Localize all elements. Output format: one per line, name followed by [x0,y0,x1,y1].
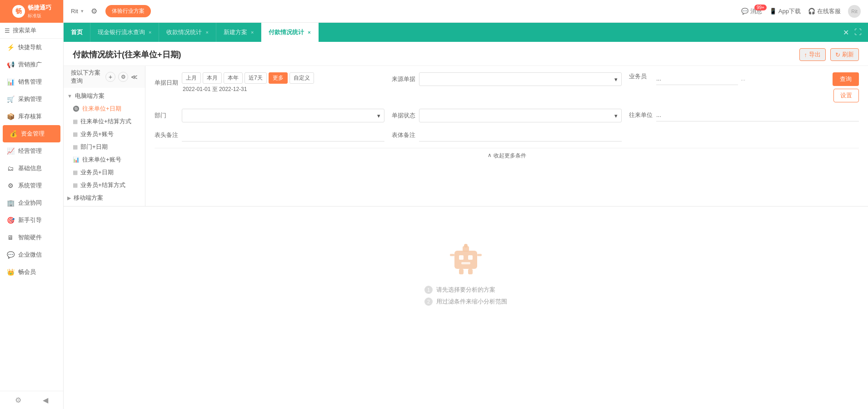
salesperson-input[interactable] [656,72,738,85]
scheme-item-label: 往来单位+日期 [82,105,121,113]
tab-close-all-btn[interactable]: ✕ [841,26,851,39]
scheme-item-unit-date[interactable]: 🔘 往来单位+日期 [64,102,145,115]
logo-icon: 畅 [12,5,25,18]
sidebar-item-marketing[interactable]: 📢 营销推广 [0,56,63,73]
sidebar-item-hardware[interactable]: 🖥 智能硬件 [0,229,63,246]
scheme-item-unit-settle[interactable]: ▦ 往来单位+结算方式 [64,115,145,128]
user-dropdown-arrow[interactable]: ▾ [81,8,84,14]
user-avatar[interactable]: Rit [848,5,861,18]
tab-bank-flow[interactable]: 现金银行流水查询 × [90,23,159,42]
empty-state-illustration [443,235,489,280]
sidebar-item-basic-info[interactable]: 🗂 基础信息 [0,160,63,177]
scheme-item-label: 部门+日期 [80,143,108,151]
date-range-area: 上月 本月 本年 近7天 更多 自定义 2022-01-01 至 2022-12… [182,72,314,93]
sidebar-item-inventory[interactable]: 📦 库存核算 [0,108,63,125]
dept-label: 部门 [155,111,178,120]
scheme-gear-btn[interactable]: ⚙ [118,72,128,82]
svg-rect-3 [461,262,470,264]
source-bill-content: ▾ [419,72,622,86]
header-remark-content [182,129,384,141]
scheme-item-label: 业务员+日期 [80,168,114,177]
topbar-settings-icon[interactable]: ⚙ [91,7,97,15]
scheme-section-pc: ▼ 电脑端方案 🔘 往来单位+日期 ▦ 往来单位+结算方式 [64,90,145,192]
bill-status-arrow: ▾ [614,112,618,119]
source-bill-label: 来源单据 [392,75,415,83]
bill-status-content: ▾ [419,109,622,122]
scheme-item-unit-account[interactable]: 📊 往来单位+账号 [64,153,145,166]
online-service-action[interactable]: 🎧 在线客服 [808,7,841,15]
scheme-section-pc-header[interactable]: ▼ 电脑端方案 [64,90,145,102]
dept-arrow: ▾ [377,112,380,119]
sidebar-item-quick-nav[interactable]: ⚡ 快捷导航 [0,39,63,56]
tab-expand-btn[interactable]: ⛶ [853,26,863,38]
tab-bank-flow-close[interactable]: × [149,30,151,35]
tab-payment-stats[interactable]: 付款情况统计 × [261,23,318,42]
export-btn[interactable]: ↑ 导出 [799,48,826,61]
scheme-add-btn[interactable]: + [105,72,115,82]
search-menu[interactable]: ☰ 搜索菜单 [0,23,63,39]
tab-new-scheme[interactable]: 新建方案 × [216,23,261,42]
scheme-item-staff-date[interactable]: ▦ 业务员+日期 [64,166,145,179]
tabbar-actions: ✕ ⛶ [841,26,868,39]
date-btn-this-year[interactable]: 本年 [224,72,243,84]
collapse-label: 收起更多条件 [494,152,526,160]
tab-receipt-stats[interactable]: 收款情况统计 × [159,23,216,42]
app-download-action[interactable]: 📱 App下载 [769,7,801,15]
scheme-chart-icon: 📊 [73,157,80,163]
query-area-label: 按以下方案查询 [71,69,105,85]
scheme-item-dept-date[interactable]: ▦ 部门+日期 [64,141,145,153]
query-btn[interactable]: 查询 [833,72,859,86]
date-btn-custom[interactable]: 自定义 [289,72,314,84]
trial-btn[interactable]: 体验行业方案 [105,5,151,17]
sidebar-item-finance[interactable]: 💰 资金管理 [3,125,60,142]
sidebar-item-operation[interactable]: 📈 经营管理 [0,142,63,160]
download-icon: 📱 [769,8,777,15]
partner-input[interactable] [656,109,859,121]
tabbar: 首页 现金银行流水查询 × 收款情况统计 × 新建方案 × 付款情况统计 × ✕… [64,23,868,42]
date-btns-row: 上月 本月 本年 近7天 更多 自定义 [182,72,314,84]
date-btn-last-7-days[interactable]: 近7天 [244,72,267,84]
notifications-action[interactable]: 💬 消息 99+ [741,7,762,15]
tab-receipt-stats-close[interactable]: × [205,30,208,35]
collapse-sidebar-btn[interactable]: ◀ [43,396,48,404]
sidebar-item-wechat[interactable]: 💬 企业微信 [0,246,63,263]
quick-nav-icon: ⚡ [6,43,15,51]
dept-select[interactable]: ▾ [182,109,384,122]
source-bill-select[interactable]: ▾ [419,72,622,86]
edition-tag: 标准版 [28,13,51,19]
page-header: 付款情况统计(往来单位+日期) ↑ 导出 ↻ 刷新 [64,42,868,66]
sidebar-item-vip[interactable]: 👑 畅会员 [0,263,63,281]
sidebar-item-purchase[interactable]: 🛒 采购管理 [0,91,63,108]
date-btn-last-month[interactable]: 上月 [182,72,201,84]
body-remark-input[interactable] [419,129,622,141]
tab-home-label: 首页 [71,28,83,36]
scheme-section-mobile-header[interactable]: ▶ 移动端方案 [64,192,145,204]
scheme-item-staff-account[interactable]: ▦ 业务员+账号 [64,128,145,141]
settings-footer-btn[interactable]: ⚙ [15,396,21,404]
scheme-icon: ▦ [73,131,78,137]
content-wrapper: 付款情况统计(往来单位+日期) ↑ 导出 ↻ 刷新 按 [64,42,868,409]
date-btn-this-month[interactable]: 本月 [203,72,222,84]
header-remark-input[interactable] [182,129,384,141]
scheme-section-mobile: ▶ 移动端方案 [64,192,145,204]
date-btn-more[interactable]: 更多 [269,72,288,84]
svg-rect-2 [468,255,473,260]
tab-new-scheme-close[interactable]: × [251,30,254,35]
sidebar-item-sys-mgmt[interactable]: ⚙ 系统管理 [0,177,63,194]
filter-area: 单据日期 上月 本月 本年 近7天 更多 自定义 [145,66,868,206]
tab-home[interactable]: 首页 [64,23,90,42]
settings-btn[interactable]: 设置 [833,89,859,102]
sidebar-item-enterprise[interactable]: 🏢 企业协同 [0,194,63,212]
enterprise-icon: 🏢 [6,199,15,207]
sidebar-item-guide[interactable]: 🎯 新手引导 [0,212,63,229]
svg-rect-1 [459,255,464,260]
bill-status-select[interactable]: ▾ [419,109,622,122]
sidebar-item-sales[interactable]: 📊 销售管理 [0,73,63,91]
collapse-conditions-btn[interactable]: ∧ 收起更多条件 [155,148,859,163]
scheme-item-staff-settle[interactable]: ▦ 业务员+结算方式 [64,179,145,192]
body-remark-label: 表体备注 [392,131,415,139]
tab-payment-stats-close[interactable]: × [308,30,310,35]
partner-label: 往来单位 [629,111,653,119]
refresh-btn[interactable]: ↻ 刷新 [830,48,859,61]
scheme-collapse-btn[interactable]: ≪ [131,73,138,81]
